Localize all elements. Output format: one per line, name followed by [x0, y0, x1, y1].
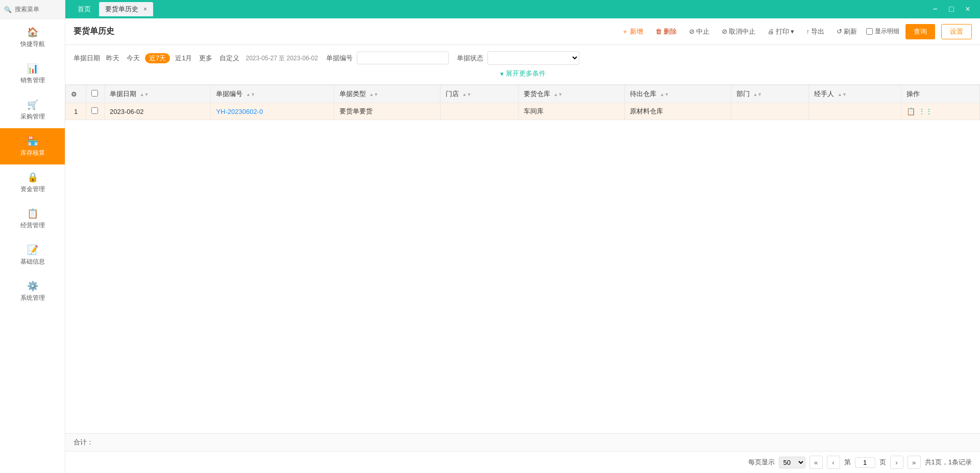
- expand-more-icon: ▾: [500, 70, 504, 78]
- first-page-button[interactable]: «: [810, 456, 823, 469]
- sort-arrows-req-warehouse: ▲▼: [553, 92, 562, 97]
- bill-no-link[interactable]: YH-20230602-0: [216, 108, 263, 115]
- refresh-button[interactable]: ↺ 刷新: [834, 25, 860, 38]
- expand-more-button[interactable]: ▾ 展开更多条件: [74, 69, 972, 78]
- last-page-button[interactable]: »: [908, 456, 921, 469]
- stop-button[interactable]: ⊘ 中止: [686, 25, 713, 38]
- th-pending-warehouse[interactable]: 待出仓库 ▲▼: [625, 85, 731, 103]
- sidebar: 🔍 搜索菜单 🏠 快捷导航 📊 销售管理 🛒 采购管理 🏪 库存核算 🔒 资金管…: [0, 0, 65, 473]
- prev-page-button[interactable]: ‹: [827, 456, 840, 469]
- table-area: ⚙ 单据日期 ▲▼ 单据编号 ▲▼ 单据类型 ▲▼: [65, 85, 980, 433]
- sidebar-item-sales[interactable]: 📊 销售管理: [0, 56, 65, 92]
- export-button[interactable]: ↑ 导出: [803, 25, 828, 38]
- th-bill-type[interactable]: 单据类型 ▲▼: [334, 85, 440, 103]
- date-opt-more[interactable]: 更多: [197, 53, 214, 63]
- next-page-button[interactable]: ›: [890, 456, 903, 469]
- maximize-button[interactable]: □: [945, 3, 958, 15]
- th-req-warehouse-label: 要货仓库: [524, 90, 550, 98]
- date-opt-7days[interactable]: 近7天: [145, 53, 170, 63]
- current-page-input[interactable]: [855, 457, 875, 468]
- bill-no-input[interactable]: [357, 52, 449, 64]
- sidebar-item-label: 基础信息: [20, 257, 45, 266]
- tab-home[interactable]: 首页: [71, 2, 97, 16]
- settings-button[interactable]: 设置: [941, 24, 972, 39]
- sidebar-item-purchase[interactable]: 🛒 采购管理: [0, 92, 65, 128]
- row-edit-icon[interactable]: 📋: [906, 107, 915, 115]
- expand-more-label: 展开更多条件: [506, 69, 546, 78]
- query-button[interactable]: 查询: [905, 24, 935, 39]
- th-date[interactable]: 单据日期 ▲▼: [105, 85, 211, 103]
- new-button[interactable]: ＋ 新增: [619, 25, 646, 38]
- row-number: 1: [66, 103, 86, 120]
- select-all-checkbox[interactable]: [91, 90, 98, 97]
- sales-icon: 📊: [27, 63, 38, 74]
- date-opt-yesterday[interactable]: 昨天: [104, 53, 121, 63]
- topbar: 首页 要货单历史 × − □ ×: [65, 0, 980, 18]
- sidebar-item-label: 快捷导航: [20, 40, 45, 49]
- row-pending-warehouse: 原材料仓库: [625, 103, 731, 120]
- th-date-label: 单据日期: [110, 90, 136, 98]
- status-select[interactable]: [487, 51, 579, 65]
- export-icon: ↑: [806, 28, 810, 35]
- sidebar-search[interactable]: 🔍 搜索菜单: [0, 0, 65, 19]
- th-settings[interactable]: ⚙: [66, 85, 86, 103]
- minimize-button[interactable]: −: [929, 3, 941, 15]
- bill-no-label: 单据编号: [326, 54, 353, 63]
- show-detail-checkbox[interactable]: [866, 28, 873, 35]
- status-filter-group: 单据状态: [457, 51, 579, 65]
- tab-active-label: 要货单历史: [105, 5, 138, 14]
- th-req-warehouse[interactable]: 要货仓库 ▲▼: [518, 85, 624, 103]
- th-bill-no[interactable]: 单据编号 ▲▼: [211, 85, 334, 103]
- sidebar-item-inventory[interactable]: 🏪 库存核算: [0, 128, 65, 164]
- row-checkbox[interactable]: [91, 107, 98, 114]
- tab-close-icon[interactable]: ×: [143, 6, 147, 13]
- sidebar-item-operations[interactable]: 📋 经营管理: [0, 201, 65, 237]
- print-label: 打印: [776, 27, 789, 36]
- row-more-icon[interactable]: ⋮⋮: [918, 107, 933, 115]
- date-opt-today[interactable]: 今天: [125, 53, 142, 63]
- th-handler[interactable]: 经手人 ▲▼: [809, 85, 901, 103]
- filter-bar: 单据日期 昨天 今天 近7天 近1月 更多 自定义 2023-05-27 至 2…: [65, 45, 980, 85]
- th-department[interactable]: 部门 ▲▼: [731, 85, 809, 103]
- system-icon: ⚙️: [27, 280, 38, 292]
- sidebar-item-label: 经营管理: [20, 221, 45, 230]
- show-detail-toggle[interactable]: 显示明细: [866, 27, 899, 36]
- table-header: ⚙ 单据日期 ▲▼ 单据编号 ▲▼ 单据类型 ▲▼: [66, 85, 980, 103]
- date-opt-1month[interactable]: 近1月: [173, 53, 194, 63]
- total-pages-info: 共1页，1条记录: [925, 458, 972, 467]
- row-action: 📋 ⋮⋮: [901, 103, 979, 120]
- sidebar-search-label: 搜索菜单: [15, 5, 39, 14]
- th-store-label: 门店: [446, 90, 459, 98]
- sort-arrows-handler: ▲▼: [838, 92, 847, 97]
- purchase-icon: 🛒: [27, 99, 38, 110]
- close-window-button[interactable]: ×: [962, 3, 974, 15]
- date-filter-label: 单据日期: [74, 54, 100, 63]
- delete-icon: 🗑: [655, 28, 662, 35]
- row-handler: [809, 103, 901, 120]
- th-store[interactable]: 门店 ▲▼: [440, 85, 518, 103]
- row-bill-type: 要货单要货: [334, 103, 440, 120]
- sort-arrows-bill-no: ▲▼: [246, 92, 255, 97]
- print-button[interactable]: 🖨 打印 ▾: [765, 25, 797, 38]
- sidebar-item-system[interactable]: ⚙️ 系统管理: [0, 273, 65, 310]
- sidebar-item-quick-nav[interactable]: 🏠 快捷导航: [0, 19, 65, 56]
- th-bill-no-label: 单据编号: [216, 90, 242, 98]
- row-bill-no: YH-20230602-0: [211, 103, 334, 120]
- stop-icon: ⊘: [689, 28, 695, 35]
- sidebar-item-basic-info[interactable]: 📝 基础信息: [0, 237, 65, 273]
- total-label: 合计：: [74, 438, 93, 447]
- delete-button[interactable]: 🗑 删除: [652, 25, 680, 38]
- date-filter-group: 单据日期 昨天 今天 近7天 近1月 更多 自定义 2023-05-27 至 2…: [74, 53, 318, 63]
- tab-active[interactable]: 要货单历史 ×: [99, 2, 153, 16]
- cancel-stop-button[interactable]: ⊘ 取消中止: [719, 25, 758, 38]
- row-store: [440, 103, 518, 120]
- sidebar-item-finance[interactable]: 🔒 资金管理: [0, 164, 65, 201]
- new-label: 新增: [630, 27, 643, 36]
- export-label: 导出: [811, 27, 824, 36]
- refresh-icon: ↺: [837, 28, 842, 35]
- finance-icon: 🔒: [27, 172, 38, 183]
- table-row: 1 2023-06-02 YH-20230602-0 要货单要货 车间库 原材料…: [66, 103, 980, 120]
- cancel-stop-label: 取消中止: [729, 27, 755, 36]
- date-opt-custom[interactable]: 自定义: [217, 53, 241, 63]
- per-page-select[interactable]: 50 100 200: [779, 457, 805, 468]
